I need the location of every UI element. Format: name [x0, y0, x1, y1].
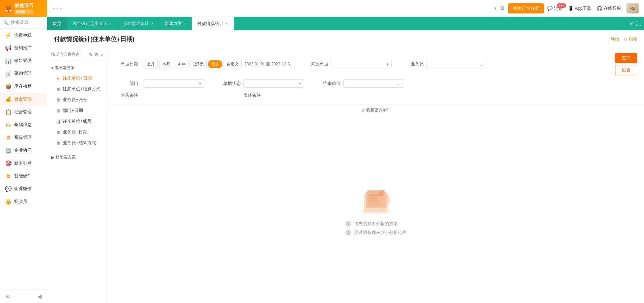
add-scheme-icon[interactable]: ⊕ [88, 52, 92, 57]
tab-payment-stats[interactable]: 付款情况统计 × [192, 17, 233, 30]
source-select[interactable]: ▾ [331, 60, 392, 68]
body-note-input[interactable] [264, 92, 338, 99]
scheme-icon-partner-account: 📊 [55, 119, 61, 124]
tab-bank-flow[interactable]: 现金银行流水查询 × [67, 17, 117, 30]
scheme-item-partner-account[interactable]: 📊 往来单位+账号 [47, 116, 108, 127]
body-note-label: 表体备注 [243, 92, 261, 98]
dropdown-icon[interactable]: ▾ [494, 6, 497, 11]
scheme-collapse-icon[interactable]: « [101, 52, 104, 57]
search-trigger[interactable]: 🔍 搜索菜单 [3, 20, 43, 26]
tabbar: 首页 现金银行流水查询 × 收款情况统计 × 新建方案 × 付款情况统计 × ✕… [47, 17, 644, 30]
scheme-item-partner-date[interactable]: ● 往来单位+日期 [47, 73, 108, 84]
scheme-panel-header: 按以下方案查询 ⊕ ⚙ « [47, 48, 108, 61]
sidebar-collapse-icon[interactable]: ◀ [37, 293, 41, 300]
sidebar-search-area[interactable]: 🔍 搜索菜单 [0, 17, 47, 29]
date-btn-more[interactable]: 更多 [208, 60, 222, 68]
svg-rect-6 [369, 198, 378, 199]
purchase-icon: 🛒 [5, 70, 11, 77]
tab-close-all-icon[interactable]: ✕ [629, 21, 633, 27]
scheme-label-partner-settle: 往来单位+结算方式 [63, 86, 100, 92]
scheme-settings-icon[interactable]: ⚙ [94, 52, 99, 57]
date-btn-custom[interactable]: 自定义 [224, 60, 242, 68]
partner-select[interactable]: … [343, 79, 404, 88]
desktop-group-label: 电脑端方案 [55, 65, 75, 71]
staff-select[interactable]: … [427, 60, 487, 68]
online-service-btn[interactable]: 🎧 在线客服 [597, 5, 621, 11]
sidebar-item-member[interactable]: 👑 畅会员 [0, 195, 47, 208]
app-download-btn[interactable]: 📱 App下载 [568, 5, 591, 11]
filter-row-2: 部门 ▾ 单据状态 ▾ 往来单位 [115, 79, 637, 88]
mobile-group-label: 移动端方案 [56, 154, 76, 160]
main-area: ● ● ● ▾ ⚙ 体验行业方案 💬 消息 99+ 📱 App下载 🎧 在线客服… [47, 0, 644, 303]
sidebar-label-basic: 基础信息 [14, 122, 32, 128]
query-btn[interactable]: 查询 [615, 53, 637, 63]
sidebar-item-system[interactable]: ⚙ 系统管理 [0, 131, 47, 144]
voucher-status-select[interactable]: ▾ [243, 79, 304, 88]
date-btn-last-month[interactable]: 上月 [144, 60, 158, 68]
tab-receipt-stats[interactable]: 收款情况统计 × [117, 17, 159, 30]
desktop-scheme-group: ▾ 电脑端方案 ● 往来单位+日期 ▦ 往来单位+结算方式 ▦ 业务员+账号 ▦ [47, 61, 108, 150]
sidebar-item-sales[interactable]: 📊 销售管理 [0, 54, 47, 67]
export-btn[interactable]: ↑ 导出 [607, 36, 620, 42]
sidebar-item-guide[interactable]: 🎯 新手引导 [0, 157, 47, 170]
scheme-item-staff-settle[interactable]: ▦ 业务员+结算方式 [47, 138, 108, 148]
hardware-icon: 🖥 [5, 173, 11, 179]
sidebar-item-enterprise[interactable]: 🏢 企业协同 [0, 144, 47, 157]
scheme-item-dept-date[interactable]: ▦ 部门+日期 [47, 105, 108, 116]
filter-area: 单据日期 上月 本月 本年 近7天 更多 自定义 2022-01-01 至 20… [108, 48, 644, 303]
sidebar-label-purchase: 采购管理 [14, 70, 32, 77]
scheme-item-partner-settle[interactable]: ▦ 往来单位+结算方式 [47, 84, 108, 94]
sidebar-label-guide: 新手引导 [14, 160, 32, 166]
topbar: ● ● ● ▾ ⚙ 体验行业方案 💬 消息 99+ 📱 App下载 🎧 在线客服… [47, 0, 644, 17]
tab-new-scheme[interactable]: 新建方案 × [159, 17, 192, 30]
desktop-group-title[interactable]: ▾ 电脑端方案 [47, 63, 108, 73]
sidebar-item-basic[interactable]: 🗂 基础信息 [0, 118, 47, 131]
tab-home[interactable]: 首页 [47, 17, 67, 30]
tab-home-label: 首页 [53, 21, 61, 27]
date-btn-last-7days[interactable]: 近7天 [190, 60, 207, 68]
tab-bank-flow-close[interactable]: × [110, 22, 112, 26]
sidebar-item-wechat[interactable]: 💬 企业微信 [0, 182, 47, 195]
mobile-group-title[interactable]: ▶ 移动端方案 [47, 152, 108, 162]
scheme-item-staff-account[interactable]: ▦ 业务员+账号 [47, 94, 108, 105]
sidebar-item-fund[interactable]: 💰 资金管理 [0, 93, 47, 105]
scheme-label-partner-account: 往来单位+账号 [63, 118, 92, 124]
sidebar-label-wechat: 企业微信 [14, 186, 32, 192]
topbar-settings-icon[interactable]: ⚙ [500, 5, 505, 11]
header-note-input[interactable] [144, 92, 218, 99]
filter-settings-btn[interactable]: 设置 [615, 65, 637, 75]
date-btn-this-year[interactable]: 本年 [175, 60, 189, 68]
export-icon: ↑ [607, 37, 610, 42]
sidebar-item-quick-nav[interactable]: ⚡ 快捷导航 [0, 29, 47, 41]
dept-dropdown-icon: ▾ [199, 81, 201, 86]
staff-label: 业务员 [411, 61, 424, 67]
sidebar-item-hardware[interactable]: 🖥 智能硬件 [0, 170, 47, 182]
scheme-item-staff-date[interactable]: ▦ 业务员+日期 [47, 127, 108, 138]
sidebar-settings-icon[interactable]: ⚙ [5, 293, 10, 300]
filter-row-3: 表头备注 表体备注 [115, 92, 637, 99]
user-avatar[interactable]: Rit [626, 3, 639, 13]
logo-icon: 🦊 [4, 4, 12, 12]
date-btn-this-month[interactable]: 本月 [159, 60, 173, 68]
industry-btn[interactable]: 体验行业方案 [508, 3, 544, 13]
dept-select[interactable]: ▾ [144, 79, 204, 88]
fund-icon: 💰 [5, 96, 11, 102]
tab-receipt-stats-close[interactable]: × [151, 22, 153, 26]
wechat-icon: 💬 [5, 186, 11, 192]
collapse-bar[interactable]: ∧ 收起更多条件 [108, 104, 644, 116]
tab-payment-stats-close[interactable]: × [226, 22, 228, 26]
enterprise-icon: 🏢 [5, 147, 11, 153]
tab-new-scheme-close[interactable]: × [184, 22, 186, 26]
messages-btn[interactable]: 💬 消息 99+ [547, 5, 563, 11]
refresh-btn[interactable]: ↻ 刷新 [623, 36, 637, 42]
sidebar-item-marketing[interactable]: 📢 营销推广 [0, 41, 47, 54]
empty-state: 1 请先选择要分析的方案 2 用过滤条件来缩小分析范围 [108, 116, 644, 303]
empty-hint-1: 1 请先选择要分析的方案 [345, 221, 407, 227]
sidebar-item-operation[interactable]: 📋 经营管理 [0, 105, 47, 118]
scheme-icon-staff-date: ▦ [55, 129, 61, 135]
sidebar-item-inventory[interactable]: 📦 库存核算 [0, 80, 47, 93]
avatar-text: Rit [630, 6, 635, 10]
empty-hints: 1 请先选择要分析的方案 2 用过滤条件来缩小分析范围 [345, 221, 407, 236]
sidebar-item-purchase[interactable]: 🛒 采购管理 [0, 67, 47, 80]
tab-expand-icon[interactable]: ⛶ [636, 21, 641, 27]
